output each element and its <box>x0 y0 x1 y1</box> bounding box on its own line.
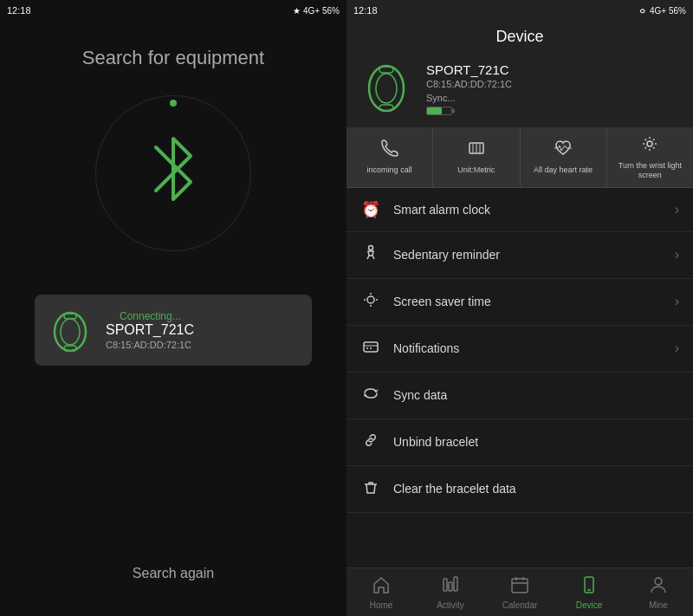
clear-icon <box>360 478 381 500</box>
svg-point-30 <box>370 347 372 349</box>
svg-point-12 <box>647 141 652 146</box>
device-details: SPORT_721C C8:15:AD:DD:72:1C Sync... <box>426 62 679 115</box>
nav-activity[interactable]: Activity <box>416 568 485 616</box>
mine-label: Mine <box>649 600 668 610</box>
unbind-label: Unbind bracelet <box>393 435 679 449</box>
bracelet-icon-right <box>360 58 412 119</box>
menu-item-unbind[interactable]: Unbind bracelet <box>346 419 693 466</box>
wrist-light-icon <box>640 134 659 158</box>
bluetooth-icon-right: ⭘ <box>638 6 647 16</box>
sync-icon <box>360 385 381 406</box>
alarm-icon: ⏰ <box>360 200 381 219</box>
bracelet-icon-left <box>49 308 92 352</box>
incoming-call-icon <box>380 139 399 162</box>
incoming-call-label: incoming call <box>367 165 412 175</box>
svg-point-1 <box>61 319 80 345</box>
menu-item-sync[interactable]: Sync data <box>346 373 693 419</box>
screensaver-icon <box>360 291 381 313</box>
connecting-label: Connecting... <box>120 310 181 322</box>
svg-line-19 <box>653 139 655 141</box>
time-left: 12:18 <box>7 5 31 16</box>
status-bar-left: 12:18 ★ 4G+ 56% <box>0 0 346 21</box>
sedentary-label: Sedentary reminder <box>393 248 663 262</box>
quick-action-heart-rate[interactable]: All day heart rate <box>521 127 607 187</box>
battery-fill <box>427 107 442 114</box>
alarm-arrow: › <box>675 202 679 217</box>
device-header-title: Device <box>495 28 543 45</box>
time-right: 12:18 <box>353 5 378 16</box>
nav-device[interactable]: Device <box>554 568 624 616</box>
bluetooth-icon-status: ★ <box>293 6 301 16</box>
mine-icon <box>649 575 668 599</box>
svg-point-29 <box>366 347 368 349</box>
device-name-left: SPORT_721C <box>106 322 298 338</box>
alarm-label: Smart alarm clock <box>393 203 663 217</box>
clear-label: Clear the bracelet data <box>393 482 679 496</box>
device-label: Device <box>576 600 603 610</box>
quick-action-wrist-light[interactable]: Turn the wrist light screen <box>607 127 693 187</box>
device-name-right: SPORT_721C <box>426 62 679 77</box>
status-bar-right: 12:18 ⭘ 4G+ 56% <box>346 0 693 21</box>
sync-label: Sync data <box>393 388 679 402</box>
search-again-button[interactable]: Search again <box>133 566 214 581</box>
home-icon <box>372 575 391 599</box>
notifications-icon <box>360 338 381 360</box>
activity-icon <box>441 575 460 599</box>
svg-point-41 <box>655 578 662 585</box>
device-info-left: Connecting... SPORT_721C C8:15:AD:DD:72:… <box>106 310 298 350</box>
activity-label: Activity <box>437 600 464 610</box>
heart-rate-icon <box>554 139 573 162</box>
nav-calendar[interactable]: Calendar <box>485 568 554 616</box>
home-label: Home <box>370 600 393 610</box>
svg-rect-35 <box>512 579 528 593</box>
battery-indicator <box>426 107 452 115</box>
svg-rect-32 <box>444 579 447 591</box>
nav-mine[interactable]: Mine <box>624 568 693 616</box>
notifications-arrow: › <box>675 340 679 356</box>
wrist-light-label: Turn the wrist light screen <box>611 161 690 180</box>
left-panel: 12:18 ★ 4G+ 56% Search for equipment C <box>0 0 346 616</box>
svg-rect-33 <box>449 582 452 591</box>
battery-right: 4G+ 56% <box>650 6 686 16</box>
bottom-nav: Home Activity Calendar <box>346 567 693 616</box>
sedentary-arrow: › <box>675 247 679 263</box>
calendar-icon <box>510 575 529 599</box>
menu-item-notifications[interactable]: Notifications › <box>346 326 693 373</box>
battery-status-left: 4G+ 56% <box>303 6 340 16</box>
menu-item-clear[interactable]: Clear the bracelet data <box>346 466 693 513</box>
device-card[interactable]: Connecting... SPORT_721C C8:15:AD:DD:72:… <box>35 295 312 366</box>
device-mac-right: C8:15:AD:DD:72:1C <box>426 79 679 89</box>
sync-text: Sync... <box>426 93 679 103</box>
menu-list: ⏰ Smart alarm clock › Sedentary reminder… <box>346 188 693 567</box>
menu-item-alarm[interactable]: ⏰ Smart alarm clock › <box>346 188 693 232</box>
screensaver-label: Screen saver time <box>393 295 663 308</box>
status-icons-right: ⭘ 4G+ 56% <box>638 6 686 16</box>
heart-rate-label: All day heart rate <box>534 165 593 175</box>
unit-metric-icon <box>467 139 486 162</box>
right-panel: 12:18 ⭘ 4G+ 56% Device SPORT_721C C8:15:… <box>346 0 693 616</box>
quick-actions-row: incoming call Unit:Metric All day hear <box>346 127 693 188</box>
svg-rect-34 <box>454 577 457 591</box>
device-header: Device <box>346 21 693 49</box>
device-icon <box>580 575 599 599</box>
svg-rect-27 <box>364 342 378 352</box>
calendar-label: Calendar <box>502 600 538 610</box>
bluetooth-icon <box>139 130 208 217</box>
menu-item-sedentary[interactable]: Sedentary reminder › <box>346 232 693 279</box>
notifications-label: Notifications <box>393 341 663 355</box>
svg-line-20 <box>645 147 647 149</box>
unbind-icon <box>360 431 381 453</box>
svg-line-18 <box>653 147 655 149</box>
status-icons-left: ★ 4G+ 56% <box>293 6 340 16</box>
quick-action-unit[interactable]: Unit:Metric <box>433 127 520 187</box>
quick-action-incoming-call[interactable]: incoming call <box>346 127 433 187</box>
menu-item-screensaver[interactable]: Screen saver time › <box>346 279 693 326</box>
svg-point-5 <box>376 74 397 103</box>
sedentary-icon <box>360 244 381 266</box>
search-title: Search for equipment <box>82 47 264 69</box>
unit-metric-label: Unit:Metric <box>457 165 495 175</box>
svg-line-17 <box>645 139 647 141</box>
device-info-row: SPORT_721C C8:15:AD:DD:72:1C Sync... <box>346 49 693 127</box>
bluetooth-container <box>87 87 260 260</box>
nav-home[interactable]: Home <box>346 568 416 616</box>
